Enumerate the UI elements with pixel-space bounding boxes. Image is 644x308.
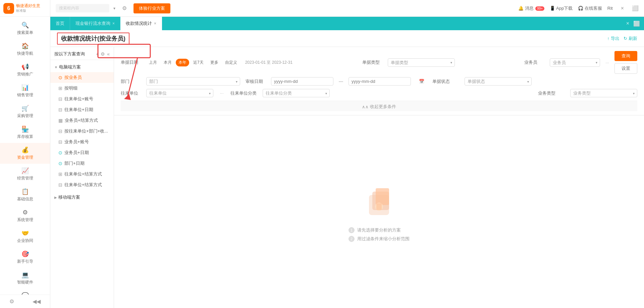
sidebar-item-guide[interactable]: 🎯 新手引导 xyxy=(0,247,50,268)
date-cur-month[interactable]: 本月 xyxy=(161,59,174,66)
tab-receipt-close[interactable]: × xyxy=(154,21,156,26)
tree-item-detail[interactable]: ⊞ 按明细 xyxy=(50,83,114,94)
app-download-area[interactable]: 📱 App下载 xyxy=(550,5,573,11)
filter-row-date: 单据日期 上月 本月 本年 近7天 更多 自定义 2023-01-01 至 20… xyxy=(121,51,637,74)
filter-row-partner: 往来单位 往来单位 ··· 往来单位分类 往来单位分类 xyxy=(121,89,637,97)
tree-item-partner-dept[interactable]: ⊟ 按往来单位+部门+收... xyxy=(50,126,114,137)
left-panel-add-icon[interactable]: + xyxy=(96,51,99,57)
query-button[interactable]: 查询 xyxy=(614,51,637,61)
tree-item-label: 往来单位+账号 xyxy=(64,96,93,102)
sidebar-item-label: 经营管理 xyxy=(17,175,33,181)
refresh-button[interactable]: ↻ 刷新 xyxy=(624,36,637,42)
sidebar-item-quicknav[interactable]: 🏠 快捷导航 xyxy=(0,39,50,60)
tree-item-partner-settle2[interactable]: ⊟ 往来单位+结算方式 xyxy=(50,179,114,190)
tab-bank-close[interactable]: × xyxy=(112,21,115,26)
tree-item-salesperson-account[interactable]: ⊟ 业务员+账号 xyxy=(50,137,114,147)
sidebar-item-system[interactable]: ⚙ 系统管理 xyxy=(0,205,50,226)
salesperson-select-wrapper: 业务员 xyxy=(550,58,600,67)
partner-type-label: 往来单位分类 xyxy=(230,90,257,96)
sidebar-item-label: 搜索菜单 xyxy=(17,30,33,36)
tree-item-salesperson-date[interactable]: ⊙ 业务员+日期 xyxy=(50,147,114,158)
partner-type-select[interactable]: 往来单位分类 xyxy=(263,89,330,97)
left-panel-collapse-icon[interactable]: « xyxy=(107,51,110,57)
notification-label: 消息 xyxy=(525,6,534,11)
topbar-gear-icon[interactable]: ⚙ xyxy=(122,5,127,11)
sidebar-item-marketing[interactable]: 📢 营销推广 xyxy=(0,60,50,81)
tree-desktop-header[interactable]: ▼ 电脑端方案 xyxy=(50,62,114,72)
tab-receipt-stats[interactable]: 收款情况统计 × xyxy=(120,17,162,30)
trial-button[interactable]: 体验行业方案 xyxy=(133,3,170,13)
date-7days[interactable]: 近7天 xyxy=(191,59,206,66)
sidebar-item-purchase[interactable]: 🛒 采购管理 xyxy=(0,101,50,122)
collapse-sidebar-icon[interactable]: ◀◀ xyxy=(33,298,41,305)
tab-home[interactable]: 首页 xyxy=(50,17,70,30)
sidebar-item-collab[interactable]: 🤝 企业协同 xyxy=(0,226,50,247)
tree-item-salesperson-settle[interactable]: ▦ 业务员+结算方式 xyxy=(50,115,114,126)
window-maximize-icon[interactable]: ⬜ xyxy=(632,5,639,11)
sidebar-item-label: 资金管理 xyxy=(17,155,33,160)
sidebar-nav: 🔍 搜索菜单 🏠 快捷导航 📢 营销推广 📊 销售管理 🛒 采购管理 🏪 xyxy=(0,17,50,295)
sidebar-item-weixin[interactable]: 💬 企业微信 xyxy=(0,289,50,295)
tab-window-maximize-icon[interactable]: ⬜ xyxy=(633,20,640,27)
collapse-more-label: 收起更多条件 xyxy=(370,104,396,110)
svg-rect-2 xyxy=(376,188,389,205)
topbar: 搜索框内容 ▾ ⚙ 体验行业方案 🔔 消息 99+ 📱 App下载 🎧 在线客服 xyxy=(50,0,644,17)
partner-select[interactable]: 往来单位 xyxy=(146,89,213,97)
weixin-icon: 💬 xyxy=(21,292,29,295)
partner-more-dots[interactable]: ··· xyxy=(220,91,224,96)
doc-status-label: 单据状态 xyxy=(432,79,459,85)
tab-bank-statement[interactable]: 现金银行流水查询 × xyxy=(70,17,120,30)
user-name[interactable]: Rit xyxy=(607,6,613,11)
tree-item-dept-date[interactable]: ⊙ 部门+日期 xyxy=(50,158,114,169)
type-select[interactable]: 单据类型 xyxy=(388,58,455,67)
sidebar-item-basic[interactable]: 📋 基础信息 xyxy=(0,185,50,205)
step-num-2: 2 xyxy=(348,236,355,242)
date-custom[interactable]: 自定义 xyxy=(222,59,240,66)
date-prev-month[interactable]: 上月 xyxy=(146,59,160,66)
export-label: 导出 xyxy=(611,36,620,42)
tree-item-icon-salesperson: ⊙ xyxy=(58,75,62,80)
tree-item-label: 业务员+账号 xyxy=(64,139,89,145)
review-date-to-input[interactable] xyxy=(348,77,411,86)
dept-select[interactable]: 部门 xyxy=(146,77,240,86)
left-panel-settings-icon[interactable]: ⚙ xyxy=(101,51,105,57)
doc-status-select[interactable]: 单据状态 xyxy=(465,77,532,86)
tree-item-label: 往来单位+结算方式 xyxy=(64,171,102,177)
tree-item-partner-settle1[interactable]: ⊞ 往来单位+结算方式 xyxy=(50,169,114,179)
sidebar-item-inventory[interactable]: 🏪 库存核算 xyxy=(0,122,50,143)
tab-window-close-icon[interactable]: × xyxy=(626,20,629,27)
export-button[interactable]: ↑ 导出 xyxy=(607,36,620,42)
sidebar-item-label: 智能硬件 xyxy=(17,279,33,285)
tree-item-partner-account[interactable]: ⊟ 往来单位+账号 xyxy=(50,94,114,104)
online-service-area[interactable]: 🎧 在线客服 xyxy=(578,5,602,11)
tree-toggle-icon: ▼ xyxy=(54,65,58,69)
tree-item-label: 按往来单位+部门+收... xyxy=(64,128,108,134)
sidebar-item-label: 营销推广 xyxy=(17,71,33,77)
sidebar-item-operations[interactable]: 📈 经营管理 xyxy=(0,164,50,185)
calendar-icon-from[interactable]: 📅 xyxy=(419,79,424,84)
salesperson-more-icon[interactable]: ··· xyxy=(605,60,609,65)
sidebar-item-label: 基础信息 xyxy=(17,196,33,202)
date-cur-year[interactable]: 本年 xyxy=(176,59,189,66)
sidebar-item-hardware[interactable]: 💻 智能硬件 xyxy=(0,268,50,289)
collapse-more-btn[interactable]: ∧∧ 收起更多条件 xyxy=(121,101,637,111)
review-date-from-input[interactable] xyxy=(271,77,333,86)
settings-bottom-icon[interactable]: ⚙ xyxy=(9,298,14,305)
biz-type-select[interactable]: 业务类型 xyxy=(570,89,637,97)
empty-state: 1 请先选择要分析的方案 2 用过滤条件来缩小分析范围 xyxy=(114,115,644,308)
settings-button[interactable]: 设置 xyxy=(614,63,637,74)
sidebar-item-label: 企业协同 xyxy=(17,238,33,244)
date-more[interactable]: 更多 xyxy=(208,59,221,66)
sidebar-item-sales[interactable]: 📊 销售管理 xyxy=(0,81,50,101)
salesperson-select[interactable]: 业务员 xyxy=(550,58,600,67)
tree-item-partner-date[interactable]: ⊟ 往来单位+日期 xyxy=(50,104,114,115)
window-close-icon[interactable]: × xyxy=(621,5,624,11)
sidebar-item-finance[interactable]: 💰 资金管理 xyxy=(0,143,50,164)
sidebar: 6 畅捷通好生意 标准版 🔍 搜索菜单 🏠 快捷导航 📢 营销推广 📊 xyxy=(0,0,50,308)
partner-type-select-wrapper: 往来单位分类 xyxy=(263,89,330,97)
tree-item-salesperson[interactable]: ⊙ 按业务员 xyxy=(50,72,114,83)
tree-mobile-header[interactable]: ▶ 移动端方案 xyxy=(50,192,114,202)
sidebar-item-search[interactable]: 🔍 搜索菜单 xyxy=(0,18,50,39)
notification-area[interactable]: 🔔 消息 99+ xyxy=(518,5,544,11)
topbar-dropdown-icon[interactable]: ▾ xyxy=(113,6,115,11)
